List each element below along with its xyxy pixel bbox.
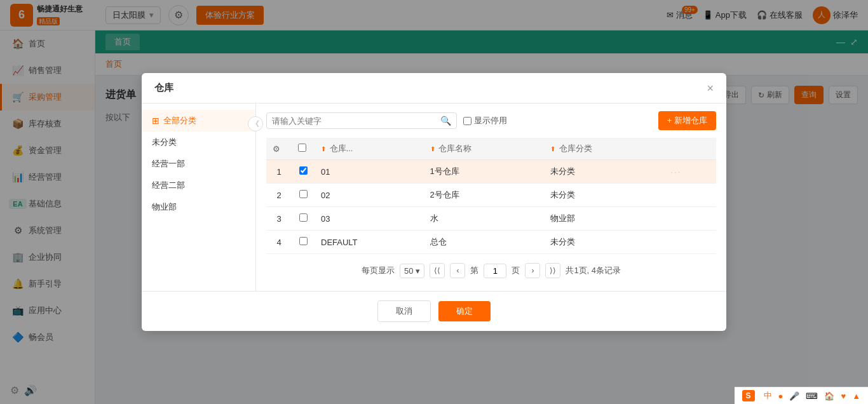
pagination: 每页显示 50 ▾ ⟨⟨ ‹ 第 页 › ⟩⟩ 共1页, 4条记录 (266, 254, 716, 283)
cat-item-property[interactable]: 物业部 (142, 196, 255, 218)
row-code: DEFAULT (315, 231, 424, 254)
warehouse-table: ⚙ ⬆ 仓库... ⬆ (266, 138, 716, 254)
sort-icon: ⬆ (550, 145, 555, 152)
cat-item-dept2[interactable]: 经营二部 (142, 175, 255, 196)
row-checkbox[interactable] (292, 160, 315, 184)
row-checkbox[interactable] (292, 184, 315, 207)
table-body: 1 01 1号仓库 未分类 ··· 2 02 2号仓库 未分类 3 03 水 物… (266, 160, 716, 254)
row-index: 4 (266, 231, 292, 254)
table-row[interactable]: 2 02 2号仓库 未分类 (266, 184, 716, 207)
table-row[interactable]: 4 DEFAULT 总仓 未分类 (266, 231, 716, 254)
collapse-sidebar-button[interactable]: 《 (248, 116, 263, 131)
add-warehouse-button[interactable]: + 新增仓库 (658, 111, 716, 130)
row-name: 1号仓库 (424, 160, 544, 184)
dialog-body: 《 ⊞ 全部分类 未分类 经营一部 经营二部 物业部 (142, 104, 726, 291)
bottom-logo: S (742, 390, 755, 401)
search-icon[interactable]: 🔍 (440, 116, 451, 126)
row-category: 未分类 (544, 184, 664, 207)
heart-icon[interactable]: ♥ (841, 391, 846, 401)
last-page-button[interactable]: ⟩⟩ (545, 263, 560, 278)
col-checkbox (292, 138, 315, 160)
table-container: ⚙ ⬆ 仓库... ⬆ (266, 138, 716, 254)
page-number-input[interactable] (484, 264, 506, 278)
sort-icon: ⬆ (321, 145, 326, 152)
row-actions (664, 231, 716, 254)
col-actions (664, 138, 716, 160)
row-name: 水 (424, 207, 544, 231)
grid-icon: ⊞ (152, 116, 159, 126)
col-settings: ⚙ (266, 138, 292, 160)
select-all-checkbox[interactable] (298, 144, 306, 152)
dialog-title: 仓库 (154, 82, 173, 94)
table-area: 🔍 显示停用 + 新增仓库 ⚙ (256, 104, 726, 291)
col-name: ⬆ 仓库名称 (424, 138, 544, 160)
table-row[interactable]: 1 01 1号仓库 未分类 ··· (266, 160, 716, 184)
warehouse-dialog: 仓库 × 《 ⊞ 全部分类 未分类 经营一部 经营二部 (142, 73, 726, 331)
dialog-header: 仓库 × (142, 73, 726, 104)
next-page-button[interactable]: › (525, 263, 540, 278)
dialog-overlay: 仓库 × 《 ⊞ 全部分类 未分类 经营一部 经营二部 (0, 0, 868, 404)
page-size-selector[interactable]: 50 ▾ (400, 264, 424, 278)
cat-item-dept1[interactable]: 经营一部 (142, 153, 255, 175)
keyboard-icon[interactable]: ⌨ (806, 391, 818, 401)
mic-icon[interactable]: 🎤 (789, 391, 799, 401)
row-name: 总仓 (424, 231, 544, 254)
gear-icon: ⚙ (273, 144, 280, 154)
show-disabled-label[interactable]: 显示停用 (463, 115, 507, 126)
row-index: 1 (266, 160, 292, 184)
row-actions: ··· (664, 160, 716, 184)
dialog-close-button[interactable]: × (707, 83, 714, 94)
row-checkbox[interactable] (292, 207, 315, 231)
row-code: 01 (315, 160, 424, 184)
row-index: 3 (266, 207, 292, 231)
cat-item-unclassified[interactable]: 未分类 (142, 131, 255, 153)
row-code: 02 (315, 184, 424, 207)
chevron-down-icon: ▾ (416, 266, 420, 276)
search-box: 🔍 (266, 112, 457, 129)
first-page-button[interactable]: ⟨⟨ (430, 263, 445, 278)
arrow-up-icon[interactable]: ▲ (852, 391, 860, 401)
show-disabled-checkbox[interactable] (463, 117, 471, 125)
sort-icon: ⬆ (430, 145, 435, 152)
row-category: 未分类 (544, 231, 664, 254)
row-actions (664, 184, 716, 207)
chinese-icon[interactable]: 中 (764, 390, 772, 401)
row-index: 2 (266, 184, 292, 207)
cancel-button[interactable]: 取消 (377, 300, 431, 322)
bottom-bar: S 中 ● 🎤 ⌨ 🏠 ♥ ▲ (735, 387, 868, 404)
cat-item-all[interactable]: ⊞ 全部分类 (142, 110, 255, 131)
row-name: 2号仓库 (424, 184, 544, 207)
col-category: ⬆ 仓库分类 (544, 138, 664, 160)
row-category: 物业部 (544, 207, 664, 231)
prev-page-button[interactable]: ‹ (450, 263, 465, 278)
dialog-footer: 取消 确定 (142, 291, 726, 331)
row-actions (664, 207, 716, 231)
row-category: 未分类 (544, 160, 664, 184)
table-row[interactable]: 3 03 水 物业部 (266, 207, 716, 231)
row-code: 03 (315, 207, 424, 231)
dot-icon: ● (778, 391, 783, 401)
col-code: ⬆ 仓库... (315, 138, 424, 160)
more-actions-icon[interactable]: ··· (670, 167, 681, 177)
search-input[interactable] (272, 116, 437, 126)
confirm-button[interactable]: 确定 (438, 301, 491, 321)
row-checkbox[interactable] (292, 231, 315, 254)
home-taskbar-icon[interactable]: 🏠 (824, 391, 834, 401)
category-sidebar: 《 ⊞ 全部分类 未分类 经营一部 经营二部 物业部 (142, 104, 256, 291)
table-toolbar: 🔍 显示停用 + 新增仓库 (266, 111, 716, 130)
